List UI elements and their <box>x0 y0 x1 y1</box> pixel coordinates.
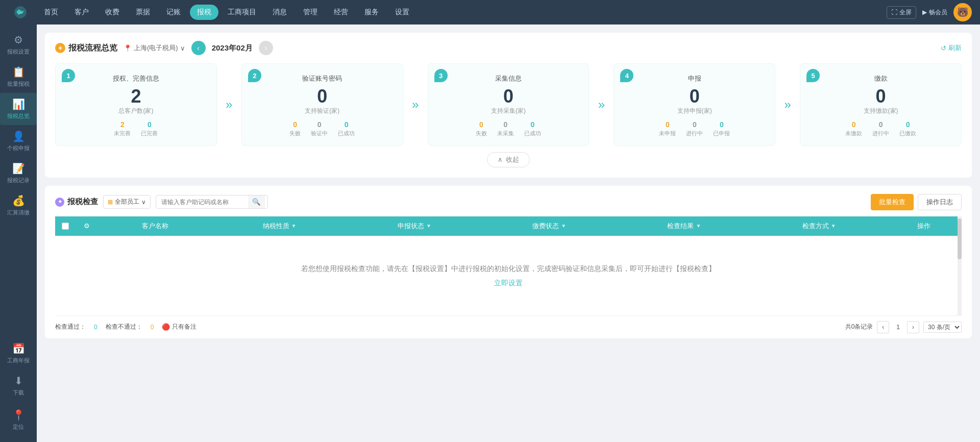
nav-accounting[interactable]: 记账 <box>159 5 188 20</box>
step-stat-3-1[interactable]: 0 未采集 <box>497 120 514 137</box>
step-stats-5: 0 未缴款 0 进行中 0 已缴款 <box>808 120 953 137</box>
employee-filter-label: 全部员工 <box>115 198 139 206</box>
nav-right: ⛶ 全屏 ▶ 畅会员 🐻 <box>887 3 972 21</box>
step-unit-5: 支持缴款(家) <box>808 107 953 115</box>
download-icon: ⬇ <box>14 375 23 387</box>
step-stat-num-5-0: 0 <box>852 120 856 129</box>
step-stat-2-0[interactable]: 0 失败 <box>289 120 301 137</box>
overview-title: + 报税流程总览 <box>55 43 117 54</box>
check-result-filter-icon[interactable]: ▼ <box>696 223 701 229</box>
footer-right: 共0条记录 ‹ 1 › 30 条/页 <box>845 321 962 333</box>
sidebar-item-annual-report[interactable]: 📅 工商年报 <box>0 337 37 370</box>
fullscreen-label: 全屏 <box>899 8 912 17</box>
nav-tax[interactable]: 报税 <box>190 5 218 20</box>
nav-operation[interactable]: 经营 <box>327 5 355 20</box>
sidebar-item-tax-records[interactable]: 📝 报税记录 <box>0 157 37 189</box>
batch-check-button[interactable]: 批量检查 <box>871 194 914 210</box>
nav-customer[interactable]: 客户 <box>67 5 96 20</box>
prev-month-button[interactable]: ‹ <box>191 41 206 55</box>
setting-link[interactable]: 立即设置 <box>494 279 523 287</box>
logo <box>8 0 33 24</box>
step-stat-num-3-2: 0 <box>531 120 535 129</box>
step-stat-4-1[interactable]: 0 进行中 <box>686 120 703 137</box>
nav-message[interactable]: 消息 <box>265 5 294 20</box>
overview-title-text: 报税流程总览 <box>68 43 117 54</box>
sidebar-bottom: ⬇ 下载 📍 定位 <box>10 370 27 442</box>
step-stat-5-1[interactable]: 0 进行中 <box>872 120 889 137</box>
step-stat-label-3-0: 失败 <box>476 130 487 137</box>
empty-message: 若您想使用报税检查功能，请先在【报税设置】中进行报税的初始化设置，完成密码验证和… <box>65 261 951 276</box>
note-icon: 🔴 <box>162 323 170 331</box>
step-stat-1-0[interactable]: 2 未完善 <box>114 120 131 137</box>
search-input[interactable] <box>156 196 248 208</box>
tax-type-filter-icon[interactable]: ▼ <box>291 223 297 229</box>
sidebar-item-personal-tax[interactable]: 👤 个税申报 <box>0 125 37 157</box>
scroll-thumb[interactable] <box>958 218 962 259</box>
nav-home[interactable]: 首页 <box>37 5 65 20</box>
select-all-checkbox[interactable] <box>62 223 69 230</box>
location-tag[interactable]: 📍 上海(电子税局) ∨ <box>124 43 185 53</box>
col-payment-status-label: 缴费状态 <box>532 222 559 231</box>
step-stat-3-2[interactable]: 0 已成功 <box>524 120 541 137</box>
step-stat-2-1[interactable]: 0 验证中 <box>311 120 328 137</box>
employee-filter-chevron: ∨ <box>141 199 146 206</box>
refresh-button[interactable]: ↺ 刷新 <box>941 43 962 53</box>
sidebar-item-tax-settings[interactable]: ⚙ 报税设置 <box>0 29 37 61</box>
step-stat-4-2[interactable]: 0 已申报 <box>713 120 730 137</box>
prev-page-button[interactable]: ‹ <box>877 321 889 333</box>
step-stat-3-0[interactable]: 0 失败 <box>476 120 487 137</box>
current-page: 1 <box>893 323 903 332</box>
col-settings: ⚙ <box>76 216 98 236</box>
nav-business[interactable]: 工商项目 <box>220 5 263 20</box>
search-button[interactable]: 🔍 <box>248 195 265 208</box>
step-stat-num-2-1: 0 <box>317 120 322 129</box>
collapse-button[interactable]: ∧ 收起 <box>487 152 530 167</box>
pass-count[interactable]: 0 <box>94 324 97 331</box>
sidebar-label-personal-tax: 个税申报 <box>7 144 30 152</box>
nav-fee[interactable]: 收费 <box>98 5 127 20</box>
operation-log-button[interactable]: 操作日志 <box>918 194 962 210</box>
col-payment-status: 缴费状态 ▼ <box>482 216 617 236</box>
sidebar-item-download[interactable]: ⬇ 下载 <box>10 370 27 402</box>
total-records: 共0条记录 <box>845 323 873 331</box>
declare-status-filter-icon[interactable]: ▼ <box>426 223 431 229</box>
nav-invoice[interactable]: 票据 <box>129 5 157 20</box>
next-page-button[interactable]: › <box>907 321 919 333</box>
nav-service[interactable]: 服务 <box>357 5 386 20</box>
sidebar-label-tax-overview: 报税总览 <box>7 112 30 120</box>
main-content: + 报税流程总览 📍 上海(电子税局) ∨ ‹ 2023年02月 › ↺ 刷新 <box>37 24 980 442</box>
employee-filter[interactable]: ▦ 全部员工 ∨ <box>103 195 151 209</box>
vip-button[interactable]: ▶ 畅会员 <box>922 8 947 17</box>
sidebar-item-batch-tax[interactable]: 📋 批量报税 <box>0 61 37 93</box>
step-stat-num-4-1: 0 <box>693 120 697 129</box>
step-title-3: 采集信息 <box>436 74 581 83</box>
nav-settings[interactable]: 设置 <box>388 5 416 20</box>
step-stat-5-2[interactable]: 0 已缴款 <box>899 120 916 137</box>
next-month-button[interactable]: › <box>259 41 273 55</box>
step-card-5: 5 缴款 0 支持缴款(家) 0 未缴款 0 进行中 0 已缴款 <box>800 63 962 146</box>
sidebar-item-settlement[interactable]: 💰 汇算清缴 <box>0 189 37 222</box>
sidebar-item-location[interactable]: 📍 定位 <box>10 404 27 436</box>
step-stats-2: 0 失败 0 验证中 0 已成功 <box>250 120 395 137</box>
step-stat-1-1[interactable]: 0 已完善 <box>141 120 158 137</box>
nav-manage[interactable]: 管理 <box>296 5 325 20</box>
step-stat-label-2-2: 已成功 <box>338 130 355 137</box>
col-declare-status: 申报状态 ▼ <box>347 216 482 236</box>
sidebar-label-annual-report: 工商年报 <box>7 357 30 364</box>
step-stat-4-0[interactable]: 0 未申报 <box>659 120 676 137</box>
pass-fail-stats: 检查通过： 0 检查不通过： 0 <box>55 323 154 331</box>
sidebar-item-tax-overview[interactable]: 📊 报税总览 <box>0 93 37 125</box>
personal-tax-icon: 👤 <box>12 130 25 142</box>
table-settings-icon[interactable]: ⚙ <box>84 222 90 230</box>
avatar: 🐻 <box>953 3 972 21</box>
per-page-select[interactable]: 30 条/页 <box>923 322 962 333</box>
collapse-icon: ∧ <box>498 156 503 163</box>
step-stat-2-2[interactable]: 0 已成功 <box>338 120 355 137</box>
payment-status-filter-icon[interactable]: ▼ <box>561 223 566 229</box>
check-method-filter-icon[interactable]: ▼ <box>831 223 836 229</box>
step-stat-label-5-1: 进行中 <box>872 130 889 137</box>
step-stat-label-2-0: 失败 <box>289 130 301 137</box>
step-stat-5-0[interactable]: 0 未缴款 <box>845 120 862 137</box>
fail-count[interactable]: 0 <box>151 324 154 331</box>
fullscreen-button[interactable]: ⛶ 全屏 <box>887 6 916 19</box>
